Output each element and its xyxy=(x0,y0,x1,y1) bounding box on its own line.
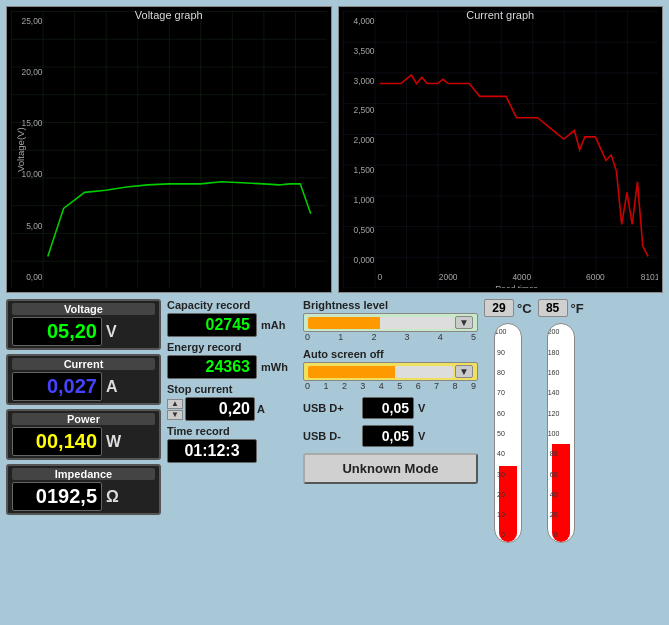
svg-text:3,000: 3,000 xyxy=(353,75,374,85)
power-block: Power 00,140 W xyxy=(6,409,161,460)
svg-text:1,000: 1,000 xyxy=(353,195,374,205)
stop-current-unit: A xyxy=(257,403,265,415)
impedance-block: Impedance 0192,5 Ω xyxy=(6,464,161,515)
impedance-label: Impedance xyxy=(12,468,155,480)
fahrenheit-unit: °F xyxy=(571,301,584,316)
graphs-row: Voltage graph Voltage(V) 25,00 20,00 15,… xyxy=(6,6,663,293)
energy-label: Energy record xyxy=(167,341,297,353)
brightness-dropdown[interactable]: ▼ xyxy=(455,316,473,329)
voltage-unit: V xyxy=(106,323,117,341)
right-panel: 29 °C 100 90 80 70 60 50 40 30 20 xyxy=(484,299,599,619)
svg-text:4000: 4000 xyxy=(512,272,531,282)
voltage-graph-svg: Voltage(V) 25,00 20,00 15,00 10,00 5,00 … xyxy=(11,11,327,288)
power-label: Power xyxy=(12,413,155,425)
svg-text:2000: 2000 xyxy=(107,286,126,289)
svg-text:1,500: 1,500 xyxy=(353,165,374,175)
svg-text:8101: 8101 xyxy=(640,272,658,282)
svg-text:Read times: Read times xyxy=(495,284,538,289)
current-graph-panel: Current graph 4,000 3,500 3,000 2,500 2,… xyxy=(338,6,664,293)
celsius-thermo-block: 29 °C 100 90 80 70 60 50 40 30 20 xyxy=(484,299,532,619)
mid-panel: Capacity record 02745 mAh Energy record … xyxy=(167,299,297,619)
svg-text:15,00: 15,00 xyxy=(22,118,43,128)
energy-unit: mWh xyxy=(261,361,288,373)
spinner-buttons: ▲ ▼ xyxy=(167,399,183,420)
brightness-slider[interactable] xyxy=(308,317,453,329)
svg-text:6000: 6000 xyxy=(254,286,273,289)
celsius-thermometer: 100 90 80 70 60 50 40 30 20 10 0 xyxy=(494,323,522,543)
capacity-unit: mAh xyxy=(261,319,285,331)
svg-text:0: 0 xyxy=(377,272,382,282)
capacity-value: 02745 xyxy=(167,313,257,337)
usb-dm-label: USB D- xyxy=(303,430,358,442)
current-label: Current xyxy=(12,358,155,370)
auto-screen-ticks: 0 1 2 3 4 5 6 7 8 9 xyxy=(303,381,478,391)
svg-text:2,500: 2,500 xyxy=(353,105,374,115)
main-container: Voltage graph Voltage(V) 25,00 20,00 15,… xyxy=(0,0,669,625)
fahrenheit-value: 85 xyxy=(538,299,568,317)
svg-text:20,00: 20,00 xyxy=(22,67,43,77)
energy-block: Energy record 24363 mWh xyxy=(167,341,297,379)
power-row: 00,140 W xyxy=(12,427,155,456)
auto-screen-slider-row: ▼ xyxy=(303,362,478,381)
capacity-label: Capacity record xyxy=(167,299,297,311)
current-graph-title: Current graph xyxy=(339,9,663,21)
brightness-label: Brightness level xyxy=(303,299,478,311)
auto-screen-label: Auto screen off xyxy=(303,348,478,360)
spinner-down-btn[interactable]: ▼ xyxy=(167,410,183,420)
brightness-slider-row: ▼ xyxy=(303,313,478,332)
celsius-unit: °C xyxy=(517,301,532,316)
time-value: 01:12:3 xyxy=(167,439,257,463)
usb-dm-value: 0,05 xyxy=(362,425,414,447)
celsius-fill xyxy=(499,466,517,542)
left-panel: Voltage 05,20 V Current 0,027 A Power 00… xyxy=(6,299,161,619)
auto-screen-dropdown[interactable]: ▼ xyxy=(455,365,473,378)
voltage-label: Voltage xyxy=(12,303,155,315)
usb-dm-unit: V xyxy=(418,430,425,442)
stop-current-label: Stop current xyxy=(167,383,297,395)
svg-text:0,000: 0,000 xyxy=(353,255,374,265)
fahrenheit-fill xyxy=(552,444,570,542)
usb-dp-unit: V xyxy=(418,402,425,414)
svg-text:2,000: 2,000 xyxy=(353,135,374,145)
svg-text:0: 0 xyxy=(45,286,50,289)
svg-text:Voltage(V): Voltage(V) xyxy=(15,127,26,172)
svg-text:6000: 6000 xyxy=(586,272,605,282)
usb-dp-row: USB D+ 0,05 V xyxy=(303,397,478,419)
voltage-block: Voltage 05,20 V xyxy=(6,299,161,350)
fahrenheit-header: 85 °F xyxy=(538,299,584,317)
time-label: Time record xyxy=(167,425,297,437)
svg-rect-14 xyxy=(343,11,659,288)
stop-current-container: ▲ ▼ 0,20 A xyxy=(167,397,297,421)
usb-dm-row: USB D- 0,05 V xyxy=(303,425,478,447)
current-value: 0,027 xyxy=(12,372,102,401)
power-value: 00,140 xyxy=(12,427,102,456)
svg-text:2000: 2000 xyxy=(438,272,457,282)
brightness-ticks: 0 1 2 3 4 5 xyxy=(303,332,478,342)
stop-current-block: Stop current ▲ ▼ 0,20 A xyxy=(167,383,297,421)
current-block: Current 0,027 A xyxy=(6,354,161,405)
current-unit: A xyxy=(106,378,118,396)
unknown-mode-button[interactable]: Unknown Mode xyxy=(303,453,478,484)
current-graph-svg: 4,000 3,500 3,000 2,500 2,000 1,500 1,00… xyxy=(343,11,659,288)
usb-dp-value: 0,05 xyxy=(362,397,414,419)
voltage-graph-title: Voltage graph xyxy=(7,9,331,21)
bottom-panel: Voltage 05,20 V Current 0,027 A Power 00… xyxy=(6,299,663,619)
svg-text:4000: 4000 xyxy=(180,286,199,289)
impedance-unit: Ω xyxy=(106,488,119,506)
capacity-block: Capacity record 02745 mAh xyxy=(167,299,297,337)
voltage-value: 05,20 xyxy=(12,317,102,346)
current-row: 0,027 A xyxy=(12,372,155,401)
svg-text:5,00: 5,00 xyxy=(26,221,43,231)
fahrenheit-thermometer: 200 180 160 140 120 100 80 60 40 20 0 xyxy=(547,323,575,543)
energy-input-row: 24363 mWh xyxy=(167,355,297,379)
svg-text:0,500: 0,500 xyxy=(353,225,374,235)
stop-current-value[interactable]: 0,20 xyxy=(185,397,255,421)
impedance-row: 0192,5 Ω xyxy=(12,482,155,511)
capacity-input-row: 02745 mAh xyxy=(167,313,297,337)
celsius-value: 29 xyxy=(484,299,514,317)
svg-text:0,00: 0,00 xyxy=(26,272,43,282)
spinner-up-btn[interactable]: ▲ xyxy=(167,399,183,409)
svg-text:3,500: 3,500 xyxy=(353,46,374,56)
auto-screen-slider[interactable] xyxy=(308,366,453,378)
voltage-row: 05,20 V xyxy=(12,317,155,346)
